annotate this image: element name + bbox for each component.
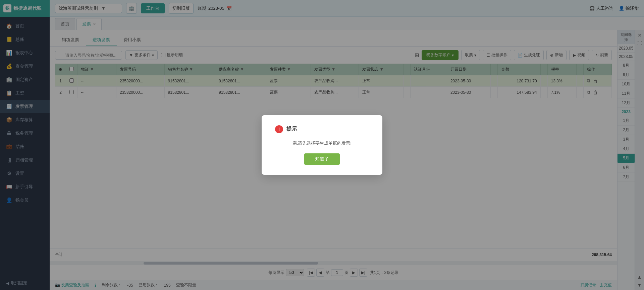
modal-warning-icon: ! [275,125,283,133]
modal-overlay[interactable]: ! 提示 亲,请先选择要生成单据的发票! 知道了 [0,0,644,290]
modal-title: 提示 [286,126,297,133]
modal-box: ! 提示 亲,请先选择要生成单据的发票! 知道了 [262,115,382,175]
modal-title-row: ! 提示 [275,125,369,133]
modal-ok-button[interactable]: 知道了 [304,153,340,165]
modal-message: 亲,请先选择要生成单据的发票! [292,140,352,147]
